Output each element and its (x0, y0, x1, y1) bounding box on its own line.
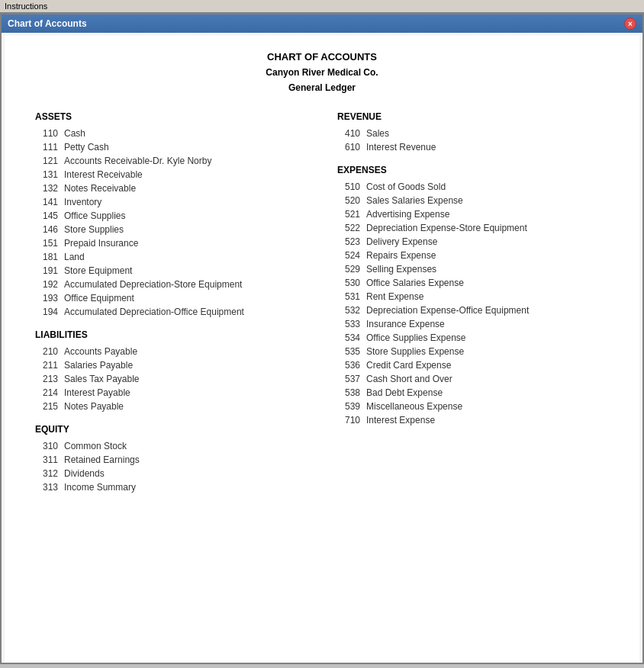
window-title: Chart of Accounts (8, 18, 87, 29)
account-name: Delivery Expense (366, 236, 437, 247)
account-name: Salaries Payable (64, 360, 133, 371)
account-number: 110 (35, 128, 58, 139)
liabilities-header: LIABILITIES (35, 329, 307, 340)
account-name: Sales (366, 128, 389, 139)
account-name: Interest Expense (366, 415, 435, 426)
assets-header: ASSETS (35, 111, 307, 122)
account-name: Credit Card Expense (366, 360, 451, 371)
account-number: 523 (337, 236, 360, 247)
account-number: 191 (35, 265, 58, 276)
account-number: 194 (35, 307, 58, 317)
title-bar: Chart of Accounts × (2, 14, 642, 33)
main-title: CHART OF ACCOUNTS (35, 51, 609, 63)
table-row: 193Office Equipment (35, 293, 307, 303)
account-name: Depreciation Expense-Store Equipment (366, 223, 527, 233)
account-number: 310 (35, 441, 58, 451)
account-number: 522 (337, 223, 360, 233)
table-row: 531Rent Expense (337, 291, 609, 302)
account-name: Office Supplies Expense (366, 332, 466, 343)
table-row: 610Interest Revenue (337, 142, 609, 153)
table-row: 522Depreciation Expense-Store Equipment (337, 223, 609, 233)
account-name: Office Supplies (64, 210, 126, 221)
account-number: 537 (337, 374, 360, 384)
table-row: 535Store Supplies Expense (337, 346, 609, 357)
table-row: 530Office Salaries Expense (337, 278, 609, 288)
table-row: 313Income Summary (35, 482, 307, 493)
account-name: Common Stock (64, 441, 127, 451)
account-number: 520 (337, 195, 360, 206)
table-row: 141Inventory (35, 197, 307, 207)
account-number: 521 (337, 209, 360, 220)
liabilities-list: 210Accounts Payable211Salaries Payable21… (35, 346, 307, 412)
account-name: Selling Expenses (366, 264, 436, 275)
expenses-list: 510Cost of Goods Sold520Sales Salaries E… (337, 181, 609, 426)
table-row: 311Retained Earnings (35, 454, 307, 465)
expenses-header: EXPENSES (337, 165, 609, 175)
account-number: 533 (337, 319, 360, 329)
table-row: 145Office Supplies (35, 210, 307, 221)
account-name: Store Supplies (64, 224, 124, 235)
table-row: 310Common Stock (35, 441, 307, 451)
account-name: Interest Revenue (366, 142, 436, 153)
account-name: Depreciation Expense-Office Equipment (366, 305, 529, 316)
account-name: Inventory (64, 197, 101, 207)
equity-list: 310Common Stock311Retained Earnings312Di… (35, 441, 307, 493)
account-number: 146 (35, 224, 58, 235)
table-row: 521Advertising Expense (337, 209, 609, 220)
equity-header: EQUITY (35, 424, 307, 435)
table-row: 532Depreciation Expense-Office Equipment (337, 305, 609, 316)
table-row: 523Delivery Expense (337, 236, 609, 247)
account-name: Dividends (64, 468, 105, 479)
account-number: 538 (337, 387, 360, 398)
close-button[interactable]: × (624, 18, 636, 30)
revenue-header: REVENUE (337, 111, 609, 122)
table-row: 132Notes Receivable (35, 183, 307, 194)
table-row: 215Notes Payable (35, 401, 307, 412)
table-row: 510Cost of Goods Sold (337, 181, 609, 192)
table-row: 192Accumulated Depreciation-Store Equipm… (35, 279, 307, 290)
table-row: 111Petty Cash (35, 142, 307, 153)
account-number: 313 (35, 482, 58, 493)
table-row: 539Miscellaneous Expense (337, 401, 609, 412)
table-row: 151Prepaid Insurance (35, 238, 307, 249)
account-name: Office Equipment (64, 293, 134, 303)
table-row: 524Repairs Expense (337, 250, 609, 261)
account-name: Store Supplies Expense (366, 346, 464, 357)
columns-layout: ASSETS 110Cash111Petty Cash121Accounts R… (35, 108, 609, 496)
account-number: 121 (35, 156, 58, 166)
account-number: 111 (35, 142, 58, 153)
account-number: 410 (337, 128, 360, 139)
table-row: 536Credit Card Expense (337, 360, 609, 371)
account-number: 710 (337, 415, 360, 426)
account-number: 530 (337, 278, 360, 288)
account-number: 536 (337, 360, 360, 371)
table-row: 710Interest Expense (337, 415, 609, 426)
account-name: Repairs Expense (366, 250, 436, 261)
account-number: 524 (337, 250, 360, 261)
account-number: 215 (35, 401, 58, 412)
table-row: 312Dividends (35, 468, 307, 479)
left-column: ASSETS 110Cash111Petty Cash121Accounts R… (35, 108, 322, 496)
account-number: 181 (35, 252, 58, 262)
table-row: 410Sales (337, 128, 609, 139)
table-row: 214Interest Payable (35, 387, 307, 398)
account-name: Cash (64, 128, 85, 139)
account-number: 539 (337, 401, 360, 412)
account-number: 151 (35, 238, 58, 249)
account-name: Accounts Receivable-Dr. Kyle Norby (64, 156, 211, 166)
account-name: Interest Receivable (64, 169, 143, 180)
account-number: 213 (35, 374, 58, 384)
account-name: Rent Expense (366, 291, 423, 302)
account-name: Cash Short and Over (366, 374, 452, 384)
account-name: Accounts Payable (64, 346, 137, 357)
account-name: Interest Payable (64, 387, 130, 398)
table-row: 194Accumulated Depreciation-Office Equip… (35, 307, 307, 317)
table-row: 181Land (35, 252, 307, 262)
revenue-list: 410Sales610Interest Revenue (337, 128, 609, 153)
account-number: 214 (35, 387, 58, 398)
account-number: 211 (35, 360, 58, 371)
scroll-container[interactable]: CHART OF ACCOUNTS Canyon River Medical C… (2, 33, 642, 663)
account-number: 192 (35, 279, 58, 290)
account-name: Accumulated Depreciation-Store Equipment (64, 279, 242, 290)
account-name: Notes Payable (64, 401, 124, 412)
